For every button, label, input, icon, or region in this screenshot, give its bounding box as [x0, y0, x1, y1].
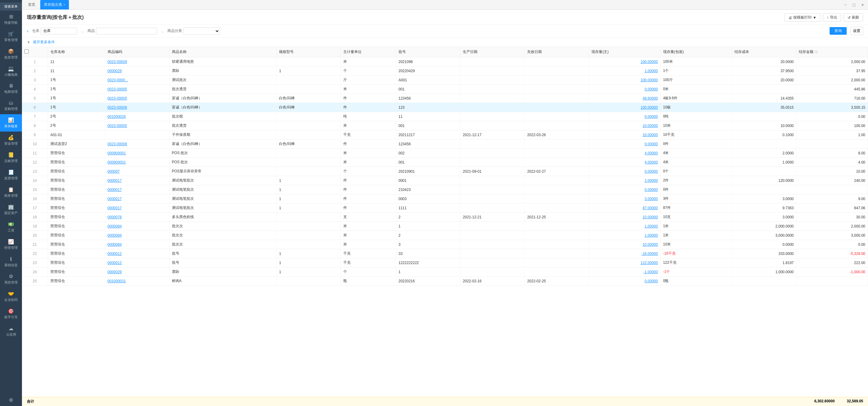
qty1-link[interactable]: 10.00000	[643, 133, 658, 137]
amount-info-icon[interactable]: ⓘ	[815, 50, 818, 54]
qty1-link[interactable]: 100.00000	[641, 78, 658, 82]
sidebar-search[interactable]: 搜索菜单	[0, 2, 22, 11]
qty1-link[interactable]: 122.00000	[641, 261, 658, 265]
sidebar-item-collab[interactable]: 🤝 企业协同	[0, 288, 22, 305]
qty1-link[interactable]: 100.00000	[641, 60, 658, 64]
product-input[interactable]	[96, 28, 157, 34]
code-link[interactable]: 0023-00005	[107, 87, 127, 91]
row-batch: 123	[396, 103, 460, 112]
sidebar-item-finance[interactable]: 💰 资金管理	[0, 132, 22, 149]
code-link[interactable]: 0023-00005	[107, 124, 127, 128]
qty1-link[interactable]: -16.00000	[642, 251, 658, 256]
row-amount: 222.00	[796, 258, 868, 267]
sidebar-item-ecommerce-small[interactable]: 💻 小脑电商	[0, 63, 22, 80]
expand-conditions-btn[interactable]: 展开更多条件	[33, 40, 55, 45]
code-link[interactable]: 0000029	[107, 270, 122, 274]
sidebar-item-basic[interactable]: ℹ 基础信息	[0, 253, 22, 270]
code-link[interactable]: 0000017	[107, 178, 122, 183]
qty1-link[interactable]: 1.00000	[645, 69, 658, 73]
code-link[interactable]: 0000029	[107, 69, 122, 73]
sidebar-item-invoice[interactable]: 🧾 发票管理	[0, 166, 22, 184]
filter-settings-button[interactable]: 设置	[850, 27, 863, 35]
sidebar-item-inventory[interactable]: 📊 库存核算	[0, 114, 22, 132]
row-exp-date	[525, 158, 589, 167]
main-table: 仓库名称 商品编码 商品名称 规格型号 主计量单位 批号 生产日期 失效日期 现…	[22, 47, 868, 286]
window-minimize[interactable]: －	[842, 2, 848, 8]
sidebar-item-assets[interactable]: 🏢 固定资产	[0, 201, 22, 218]
qty1-link[interactable]: 87.00000	[643, 206, 658, 210]
export-button[interactable]: ↑ 导出	[823, 13, 841, 22]
select-all-checkbox[interactable]	[24, 49, 29, 54]
row-index: 10	[22, 139, 48, 149]
warehouse-input[interactable]	[40, 28, 77, 34]
qty1-link[interactable]: 100.00000	[641, 105, 658, 110]
sidebar-item-system[interactable]: ⚙ 系统管理	[0, 270, 22, 288]
qty1-link[interactable]: 10.00000	[643, 242, 658, 247]
sidebar-item-purchase[interactable]: 🗂 采购管理	[0, 97, 22, 114]
print-button[interactable]: 🖨 按模板打印 ▼	[784, 13, 820, 22]
row-name: 批次透货	[169, 85, 277, 94]
sidebar-item-cloud[interactable]: ☁ 云应用	[0, 323, 22, 340]
window-close[interactable]: ×	[860, 2, 866, 8]
sidebar-item-ecommerce[interactable]: 🖥 电商管理	[0, 80, 22, 97]
code-link[interactable]: 0000084	[107, 233, 122, 238]
qty1-link[interactable]: 0.00000	[645, 279, 658, 283]
tab-home[interactable]: 首页	[24, 0, 39, 9]
code-link[interactable]: 0023-00008	[107, 142, 127, 146]
code-link[interactable]: 0000084	[107, 224, 122, 229]
code-link[interactable]: 0000078	[107, 215, 122, 219]
qty1-link[interactable]: -1.00000	[643, 270, 658, 274]
sidebar-item-retail[interactable]: 🛒 零售管理	[0, 28, 22, 45]
qty1-link[interactable]: 4.00000	[645, 160, 658, 165]
code-link[interactable]: 0000017	[107, 197, 122, 201]
qty1-link[interactable]: 1.00000	[645, 233, 658, 238]
sidebar-item-operation[interactable]: 📈 经营管理	[0, 236, 22, 253]
code-link[interactable]: 000900001	[107, 151, 126, 155]
row-name: 批次次	[169, 240, 277, 249]
code-link[interactable]: 0000017	[107, 188, 122, 192]
code-link[interactable]: 0023-00008	[107, 105, 127, 110]
code-link[interactable]: 000097	[107, 169, 120, 174]
category-select[interactable]	[183, 27, 220, 35]
sidebar-item-tax[interactable]: 📋 税务管理	[0, 184, 22, 201]
qty1-link[interactable]: 2.00000	[645, 178, 658, 183]
code-link[interactable]: 0023-0000...	[107, 78, 128, 82]
row-unit: 米	[341, 222, 396, 231]
qty1-link[interactable]: 0.00000	[645, 87, 658, 91]
qty1-link[interactable]: 10.00000	[643, 124, 658, 128]
sidebar-item-salary[interactable]: 💵 工资	[0, 218, 22, 236]
tab-current[interactable]: 库存批次查 ×	[40, 0, 69, 9]
code-link[interactable]: 0000017	[107, 206, 122, 210]
qty1-link[interactable]: 0.00000	[645, 142, 658, 146]
row-name: 批次次	[169, 222, 277, 231]
qty1-link[interactable]: 0.00000	[645, 169, 658, 174]
window-maximize[interactable]: □	[851, 2, 857, 8]
qty1-link[interactable]: 3.00000	[645, 197, 658, 201]
code-link[interactable]: 0000084	[107, 242, 122, 247]
code-link[interactable]: 0023-00009	[107, 60, 127, 64]
code-link[interactable]: 0023-00005	[107, 96, 127, 101]
code-link[interactable]: 0000012	[107, 261, 122, 265]
row-qty1: 87.00000	[589, 203, 661, 212]
qty1-link[interactable]: 49.60000	[643, 96, 658, 101]
row-spec	[277, 231, 341, 240]
qty1-link[interactable]: 10.00000	[643, 215, 658, 219]
code-link[interactable]: 000900001	[107, 160, 126, 165]
qty1-link[interactable]: 0.00000	[645, 188, 658, 192]
qty1-link[interactable]: 4.00000	[645, 151, 658, 155]
search-button[interactable]: 查询	[830, 27, 847, 35]
code-link[interactable]: 0000012	[107, 251, 122, 256]
settings-button[interactable]: ⚙	[0, 394, 22, 406]
sidebar-item-nav[interactable]: ⊞ 快捷导航	[0, 11, 22, 28]
qty1-link[interactable]: 0.00000	[645, 114, 658, 119]
code-link[interactable]: 001000026	[107, 114, 126, 119]
code-link[interactable]: 001000031	[107, 279, 126, 283]
sidebar-item-guide[interactable]: 🎯 新手引导	[0, 305, 22, 323]
tab-close-icon[interactable]: ×	[63, 3, 65, 6]
sidebar-item-wholesale[interactable]: 📦 批发管理	[0, 45, 22, 63]
qty1-link[interactable]: 1.00000	[645, 224, 658, 229]
filter-expand-icon[interactable]: ›	[27, 28, 28, 34]
row-qty1: 0.00000	[589, 167, 661, 176]
refresh-button[interactable]: ↺ 刷新	[844, 13, 863, 22]
sidebar-item-ledger[interactable]: 📒 总账管理	[0, 149, 22, 166]
